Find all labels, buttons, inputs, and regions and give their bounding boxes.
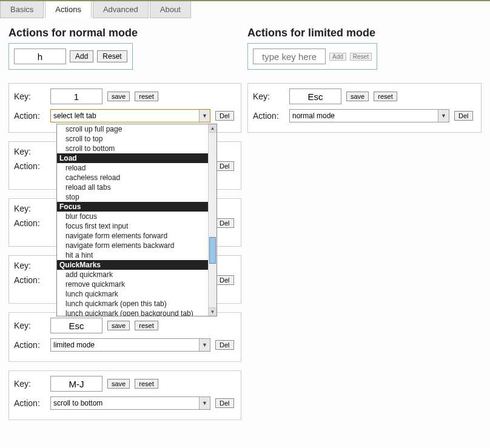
limited-reset-button[interactable]: Reset bbox=[350, 53, 372, 61]
delete-button[interactable]: Del bbox=[215, 218, 234, 228]
key-input[interactable] bbox=[50, 318, 102, 333]
dropdown-item[interactable]: reload bbox=[57, 163, 208, 173]
scroll-thumb[interactable] bbox=[209, 237, 216, 264]
limited-add-key-input[interactable] bbox=[253, 48, 326, 64]
normal-add-row: Add Reset bbox=[8, 43, 133, 70]
dropdown-item[interactable]: remove quickmark bbox=[57, 279, 208, 289]
dropdown-item[interactable]: scroll to top bbox=[57, 134, 208, 144]
action-label: Action: bbox=[14, 275, 45, 285]
action-label: Action: bbox=[14, 398, 45, 408]
save-button[interactable]: save bbox=[346, 92, 369, 101]
action-select[interactable] bbox=[289, 109, 449, 122]
dropdown-item[interactable]: focus first text input bbox=[57, 221, 208, 231]
delete-button[interactable]: Del bbox=[215, 111, 234, 121]
action-dropdown: scroll up full pagescroll to topscroll t… bbox=[56, 124, 217, 316]
dropdown-item[interactable]: add quickmark bbox=[57, 270, 208, 279]
tab-basics[interactable]: Basics bbox=[0, 1, 44, 18]
key-label: Key: bbox=[14, 321, 45, 330]
delete-button[interactable]: Del bbox=[215, 340, 234, 350]
delete-button[interactable]: Del bbox=[215, 161, 234, 171]
key-label: Key: bbox=[14, 147, 45, 156]
limited-add-button[interactable]: Add bbox=[329, 53, 346, 61]
reset-button[interactable]: reset bbox=[135, 379, 158, 389]
limited-action-block: Key: save reset Action: ▼ Del bbox=[247, 83, 482, 133]
normal-add-key-input[interactable] bbox=[14, 48, 66, 64]
dropdown-item[interactable]: lunch quickmark bbox=[57, 289, 208, 299]
action-label: Action: bbox=[14, 161, 45, 171]
action-label: Action: bbox=[14, 111, 45, 121]
normal-add-button[interactable]: Add bbox=[70, 50, 93, 62]
dropdown-item[interactable]: navigate form elements forward bbox=[57, 231, 208, 241]
save-button[interactable]: save bbox=[107, 321, 130, 330]
tab-bar: Basics Actions Advanced About bbox=[0, 0, 490, 18]
key-label: Key: bbox=[14, 92, 45, 101]
dropdown-item[interactable]: blur focus bbox=[57, 212, 208, 221]
dropdown-item[interactable]: navigate form elements backward bbox=[57, 241, 208, 250]
action-select[interactable] bbox=[50, 396, 210, 410]
key-label: Key: bbox=[14, 379, 45, 389]
reset-button[interactable]: reset bbox=[374, 92, 397, 101]
tab-actions[interactable]: Actions bbox=[45, 1, 92, 18]
normal-action-block: Key: save reset Action: ▼ Del bbox=[8, 370, 241, 420]
dropdown-item[interactable]: reload all tabs bbox=[57, 182, 208, 192]
delete-button[interactable]: Del bbox=[454, 111, 473, 121]
key-input[interactable] bbox=[289, 89, 341, 104]
tab-about[interactable]: About bbox=[150, 1, 191, 18]
action-label: Action: bbox=[14, 340, 45, 350]
normal-heading: Actions for normal mode bbox=[8, 27, 241, 39]
normal-action-block: Key: save reset Action: ▼ Del scroll up … bbox=[8, 83, 241, 133]
delete-button[interactable]: Del bbox=[215, 275, 234, 285]
dropdown-group: Focus bbox=[57, 202, 208, 212]
reset-button[interactable]: reset bbox=[135, 321, 158, 330]
save-button[interactable]: save bbox=[107, 379, 130, 389]
key-label: Key: bbox=[14, 204, 45, 213]
key-label: Key: bbox=[14, 261, 45, 270]
delete-button[interactable]: Del bbox=[215, 398, 234, 408]
dropdown-item[interactable]: scroll to bottom bbox=[57, 144, 208, 153]
dropdown-item[interactable]: lunch quickmark (open this tab) bbox=[57, 299, 208, 309]
normal-reset-button[interactable]: Reset bbox=[97, 50, 127, 62]
dropdown-item[interactable]: cacheless reload bbox=[57, 173, 208, 182]
key-input[interactable] bbox=[50, 89, 102, 104]
dropdown-item[interactable]: scroll up full page bbox=[57, 124, 208, 134]
limited-heading: Actions for limited mode bbox=[247, 27, 482, 39]
action-label: Action: bbox=[253, 111, 284, 121]
action-label: Action: bbox=[14, 218, 45, 228]
dropdown-item[interactable]: hit a hint bbox=[57, 250, 208, 260]
scroll-up-icon[interactable]: ▲ bbox=[209, 124, 216, 133]
dropdown-scrollbar[interactable]: ▲ ▼ bbox=[208, 124, 216, 316]
key-label: Key: bbox=[253, 92, 284, 101]
scroll-down-icon[interactable]: ▼ bbox=[209, 307, 216, 316]
normal-action-block: Key: save reset Action: ▼ Del bbox=[8, 312, 241, 362]
save-button[interactable]: save bbox=[107, 92, 130, 101]
dropdown-item[interactable]: stop bbox=[57, 192, 208, 202]
dropdown-group: QuickMarks bbox=[57, 260, 208, 270]
dropdown-group: Load bbox=[57, 153, 208, 163]
tab-advanced[interactable]: Advanced bbox=[93, 1, 149, 18]
key-input[interactable] bbox=[50, 376, 102, 392]
limited-add-row: Add Reset bbox=[247, 43, 377, 70]
action-select[interactable] bbox=[50, 109, 210, 122]
reset-button[interactable]: reset bbox=[135, 92, 158, 101]
action-select[interactable] bbox=[50, 338, 210, 352]
dropdown-item[interactable]: lunch quickmark (open background tab) bbox=[57, 309, 208, 316]
